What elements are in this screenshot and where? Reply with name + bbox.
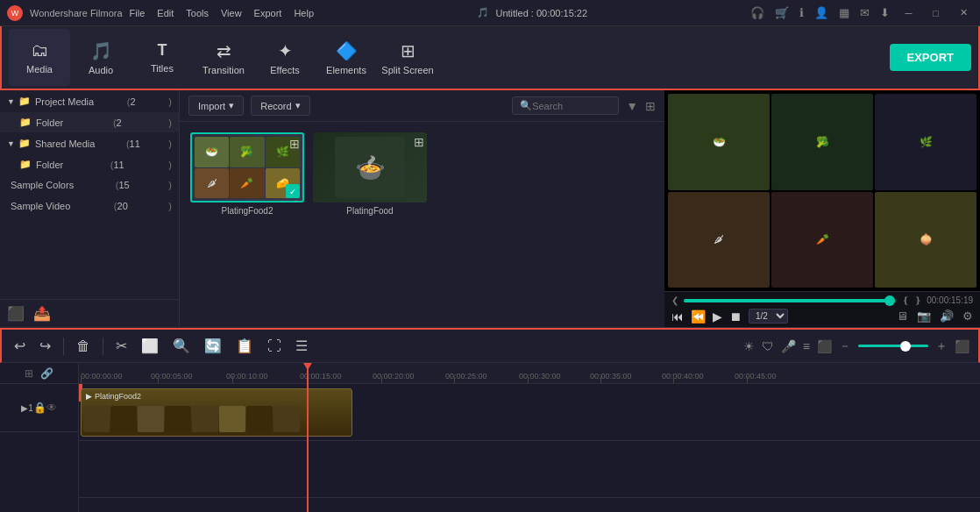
project-media-header[interactable]: ▼ 📁 Project Media ( 2 ) (0, 90, 179, 112)
title-bar: W Wondershare Filmora File Edit Tools Vi… (0, 0, 980, 26)
sample-colors-item[interactable]: Sample Colors ( 15 ) (0, 174, 179, 196)
lock-icon[interactable]: 🔒 (33, 402, 46, 414)
scrubber-handle[interactable] (884, 295, 895, 306)
zoom-in-button[interactable]: 🔍 (169, 334, 194, 358)
project-media-folder[interactable]: 📁 Folder ( 2 ) (0, 112, 179, 132)
volume-icon[interactable]: 🔊 (940, 309, 954, 323)
ruler-mark-6: 00:00:30:00 (519, 372, 561, 380)
menu-help[interactable]: Help (294, 8, 314, 18)
separator-1 (63, 338, 64, 355)
record-chevron-icon: ▾ (295, 100, 301, 111)
prev-frame-button[interactable]: ⏮ (671, 309, 684, 324)
time-marker-left: ❮ (671, 295, 678, 305)
delete-button[interactable]: 🗑 (73, 335, 94, 358)
zoom-slider[interactable] (858, 345, 928, 347)
pip-button[interactable]: 📋 (232, 334, 257, 358)
toolbar-transition[interactable]: ⇄ Transition (193, 29, 254, 86)
add-folder-icon[interactable]: ⬛ (7, 305, 25, 322)
video-track-row: ▶ PlatingFood2 (79, 384, 980, 441)
toolbar-audio[interactable]: 🎵 Audio (70, 29, 131, 86)
settings-icon[interactable]: ⚙ (962, 309, 973, 323)
toolbar-effects[interactable]: ✦ Effects (254, 29, 316, 86)
menu-file[interactable]: File (130, 8, 146, 18)
shared-media-arrow: ▼ (7, 139, 15, 148)
video-track-label: ▶1 🔒 👁 (0, 384, 78, 432)
time-display: 00:00:15:19 (927, 295, 973, 305)
playhead-line (307, 384, 309, 440)
menu-edit[interactable]: Edit (157, 8, 174, 18)
plus-icon[interactable]: ＋ (935, 338, 948, 354)
import-folder-icon[interactable]: 📤 (33, 305, 51, 322)
menu-view[interactable]: View (221, 8, 242, 18)
timeline: ↩ ↪ 🗑 ✂ ⬜ 🔍 🔄 📋 ⛶ ☰ ☀ 🛡 🎤 ≡ ⬛ － ＋ ⬛ ⊞ 🔗 (0, 327, 980, 512)
shared-media-group: ▼ 📁 Shared Media ( 11 ) 📁 Folder ( 11 ) (0, 132, 179, 174)
step-back-button[interactable]: ⏪ (691, 309, 706, 324)
shield-icon[interactable]: 🛡 (762, 339, 774, 353)
media-grid: 🥗 🥦 🌿 🌶 🥕 🧀 ⊞ ✓ PlatingFood2 🍲 (180, 122, 664, 327)
minus-icon[interactable]: － (839, 338, 851, 354)
search-input[interactable] (532, 101, 611, 111)
grid-view-icon[interactable]: ⊞ (645, 99, 656, 113)
camera-icon[interactable]: 📷 (917, 309, 931, 323)
preview-cell-4: 🥕 (771, 192, 873, 288)
ruler-mark-7: 00:00:35:00 (590, 372, 632, 380)
import-button[interactable]: Import ▾ (188, 96, 244, 116)
preview-cell-1: 🥦 (771, 94, 873, 190)
preview-panel: 🥗 🥦 🌿 🌶 🥕 🧅 ❮ ❴ ❵ 00:00:15:19 ⏮ ⏪ ▶ (664, 90, 980, 327)
scrubber[interactable]: ❮ ❴ ❵ 00:00:15:19 (671, 295, 973, 305)
undo-button[interactable]: ↩ (11, 334, 29, 358)
toolbar-titles[interactable]: T Titles (131, 29, 193, 86)
scrubber-bar[interactable] (684, 299, 897, 302)
menu-tools[interactable]: Tools (186, 8, 209, 18)
clip-frame-6 (246, 406, 273, 432)
project-title: 🎵 Untitled : 00:00:15:22 (477, 7, 588, 18)
toolbar-split-screen[interactable]: ⊞ Split Screen (377, 29, 438, 86)
filter-icon[interactable]: ▼ (626, 99, 638, 113)
menu-export[interactable]: Export (254, 8, 282, 18)
media-item-1[interactable]: 🍲 ⊞ PlatingFood (313, 132, 427, 316)
search-box[interactable]: 🔍 (512, 96, 619, 115)
auto-icon[interactable]: ☀ (743, 339, 755, 353)
close-button[interactable]: ✕ (955, 5, 973, 20)
shared-media-header[interactable]: ▼ 📁 Shared Media ( 11 ) (0, 132, 179, 154)
timeline-right-tools: ☀ 🛡 🎤 ≡ ⬛ － ＋ ⬛ (743, 338, 969, 354)
media-thumb-1: 🍲 ⊞ (313, 132, 427, 203)
maximize-button[interactable]: □ (927, 6, 944, 20)
clip-frames (82, 406, 302, 432)
sample-video-item[interactable]: Sample Video ( 20 ) (0, 196, 179, 217)
minimize-button[interactable]: ─ (900, 6, 918, 20)
eye-icon[interactable]: 👁 (46, 402, 57, 414)
cut-button[interactable]: ✂ (112, 334, 131, 358)
export-button[interactable]: EXPORT (890, 44, 971, 71)
redo-button[interactable]: ↪ (36, 334, 54, 358)
toolbar-elements[interactable]: 🔷 Elements (316, 29, 377, 86)
stop-button[interactable]: ⏹ (729, 309, 742, 324)
timeline-toolbar: ↩ ↪ 🗑 ✂ ⬜ 🔍 🔄 📋 ⛶ ☰ ☀ 🛡 🎤 ≡ ⬛ － ＋ ⬛ (0, 328, 980, 363)
screen-icon[interactable]: 🖥 (897, 309, 908, 323)
toolbar-media[interactable]: 🗂 Media (9, 29, 70, 86)
track-labels: ⊞ 🔗 ▶1 🔒 👁 (0, 363, 79, 512)
record-button[interactable]: Record ▾ (251, 96, 309, 116)
shared-media-folder[interactable]: 📁 Folder ( 11 ) (0, 154, 179, 174)
media-item-0[interactable]: 🥗 🥦 🌿 🌶 🥕 🧀 ⊞ ✓ PlatingFood2 (190, 132, 304, 316)
link-icon[interactable]: 🔗 (40, 367, 53, 380)
text-icon[interactable]: ≡ (803, 339, 810, 353)
track-number-icon: ▶1 (21, 403, 33, 413)
rotate-button[interactable]: 🔄 (201, 334, 225, 358)
play-button[interactable]: ▶ (713, 309, 722, 324)
separator-2 (103, 338, 103, 355)
media-label-1: PlatingFood (313, 206, 427, 216)
video-clip-0[interactable]: ▶ PlatingFood2 (81, 388, 352, 437)
crop2-icon[interactable]: ⬛ (817, 339, 832, 353)
expand-icon[interactable]: ⬛ (955, 339, 969, 353)
adjust-button[interactable]: ☰ (292, 334, 311, 358)
preview-cell-3: 🌶 (668, 192, 770, 288)
preview-video: 🥗 🥦 🌿 🌶 🥕 🧅 (664, 90, 980, 291)
cart-icon: 🛒 (775, 6, 789, 19)
crop-button[interactable]: ⬜ (138, 334, 162, 358)
fullscreen-button[interactable]: ⛶ (264, 335, 285, 358)
project-media-folder-icon: 📁 (18, 96, 31, 107)
quality-select[interactable]: 1/2 Full 1/4 (749, 309, 788, 324)
add-track-icon[interactable]: ⊞ (25, 367, 33, 380)
mic-icon[interactable]: 🎤 (781, 339, 796, 353)
